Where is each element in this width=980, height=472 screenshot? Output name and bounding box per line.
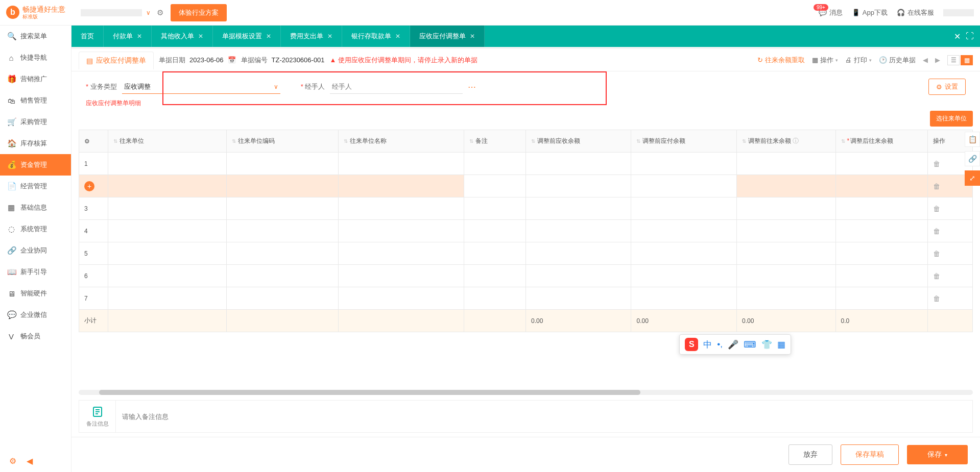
cell-unit[interactable]: [108, 153, 226, 175]
cell-name[interactable]: [339, 220, 464, 242]
tab-close-icon[interactable]: ✕: [198, 33, 203, 40]
cell-code[interactable]: [227, 220, 339, 242]
col-post-bal[interactable]: ⇅调整后往来余额: [835, 130, 928, 153]
sidebar-item-purchase[interactable]: 🛒采购管理: [0, 111, 71, 133]
next-doc-icon[interactable]: ▶: [935, 56, 940, 64]
cell-pre-recv[interactable]: [525, 153, 631, 175]
cell-name[interactable]: [339, 287, 464, 310]
rail-note-icon[interactable]: 📋: [965, 132, 980, 147]
col-name[interactable]: ⇅往来单位名称: [339, 130, 464, 153]
trash-icon[interactable]: 🗑: [933, 294, 940, 303]
cell-code[interactable]: [227, 153, 339, 175]
cell-post-bal[interactable]: [835, 265, 928, 287]
cell-pre-pay[interactable]: [631, 175, 736, 197]
cell-name[interactable]: [339, 197, 464, 220]
sidebar-item-collab[interactable]: 🔗企业协同: [0, 240, 71, 261]
company-selector[interactable]: ∨: [81, 9, 151, 16]
cell-pre-bal[interactable]: [736, 153, 835, 175]
cell-code[interactable]: [227, 175, 339, 197]
close-all-tabs-icon[interactable]: ✕: [954, 32, 961, 41]
fullscreen-icon[interactable]: ⛶: [966, 32, 974, 41]
tab-item[interactable]: 银行存取款单✕: [342, 26, 410, 47]
cell-pre-bal[interactable]: [736, 287, 835, 310]
ime-toolbar[interactable]: S 中 •, 🎤 ⌨ 👕 ▦: [679, 334, 791, 355]
handler-input[interactable]: [330, 80, 463, 94]
cell-code[interactable]: [227, 242, 339, 265]
cell-post-bal[interactable]: [835, 242, 928, 265]
col-pre-bal[interactable]: ⇅调整前往来余额 ⓘ: [736, 130, 835, 153]
select-unit-button[interactable]: 选往来单位: [930, 111, 973, 127]
cell-remark[interactable]: [464, 175, 525, 197]
sidebar-settings-icon[interactable]: ⚙: [9, 456, 16, 466]
table-row[interactable]: 7 🗑: [79, 287, 973, 310]
ime-lang-icon[interactable]: 中: [703, 339, 712, 351]
cell-pre-pay[interactable]: [631, 220, 736, 242]
sidebar-item-operation[interactable]: 📄经营管理: [0, 176, 71, 197]
table-row[interactable]: 5 🗑: [79, 242, 973, 265]
sidebar-item-basedata[interactable]: ▦基础信息: [0, 197, 71, 218]
cell-pre-bal[interactable]: [736, 265, 835, 287]
cell-code[interactable]: [227, 265, 339, 287]
card-view-toggle[interactable]: ▦: [961, 55, 973, 65]
rail-attach-icon[interactable]: 🔗: [965, 151, 980, 166]
cell-unit[interactable]: [108, 287, 226, 310]
calendar-icon[interactable]: 📅: [228, 56, 236, 64]
doc-date-value[interactable]: 2023-06-06: [189, 56, 224, 64]
operate-menu[interactable]: ▦ 操作 ▾: [812, 56, 838, 65]
reget-balance-button[interactable]: ↻ 往来余额重取: [757, 56, 805, 65]
cell-unit[interactable]: [108, 197, 226, 220]
cell-unit[interactable]: [108, 220, 226, 242]
col-pre-pay[interactable]: ⇅调整前应付余额: [631, 130, 736, 153]
col-unit[interactable]: ⇅往来单位: [108, 130, 226, 153]
gear-icon[interactable]: ⚙: [157, 8, 163, 17]
cell-pre-recv[interactable]: [525, 242, 631, 265]
cell-unit[interactable]: [108, 175, 226, 197]
save-draft-button[interactable]: 保存草稿: [841, 444, 899, 465]
trash-icon[interactable]: 🗑: [933, 182, 940, 190]
cell-unit[interactable]: [108, 242, 226, 265]
table-row[interactable]: + 🗑: [79, 175, 973, 197]
cell-pre-bal[interactable]: [736, 197, 835, 220]
cell-name[interactable]: [339, 242, 464, 265]
prev-doc-icon[interactable]: ◀: [923, 56, 928, 64]
sidebar-collapse-icon[interactable]: ◀: [27, 456, 33, 466]
cell-pre-recv[interactable]: [525, 287, 631, 310]
cell-remark[interactable]: [464, 265, 525, 287]
sidebar-item-finance[interactable]: 💰资金管理: [0, 154, 71, 176]
cell-post-bal[interactable]: [835, 220, 928, 242]
ime-skin-icon[interactable]: 👕: [761, 339, 772, 350]
horizontal-scrollbar[interactable]: [79, 390, 973, 395]
cell-pre-bal[interactable]: [736, 175, 835, 197]
sidebar-item-marketing[interactable]: 🎁营销推广: [0, 68, 71, 90]
try-industry-button[interactable]: 体验行业方案: [171, 4, 227, 21]
cell-pre-recv[interactable]: [525, 265, 631, 287]
tab-close-icon[interactable]: ✕: [137, 33, 142, 40]
trash-icon[interactable]: 🗑: [933, 272, 940, 280]
trash-icon[interactable]: 🗑: [933, 160, 940, 168]
add-row-icon[interactable]: +: [84, 181, 94, 191]
support-link[interactable]: 🎧 在线客服: [897, 8, 934, 17]
ime-keyboard-icon[interactable]: ⌨: [744, 339, 756, 350]
tab-close-icon[interactable]: ✕: [470, 33, 475, 40]
cell-post-bal[interactable]: [835, 197, 928, 220]
remarks-input[interactable]: [116, 401, 972, 432]
cell-pre-recv[interactable]: [525, 197, 631, 220]
rail-expand-icon[interactable]: ⤢: [965, 170, 980, 186]
tab-item[interactable]: 付款单✕: [104, 26, 152, 47]
sidebar-item-guide[interactable]: 📖新手引导: [0, 261, 71, 283]
trash-icon[interactable]: 🗑: [933, 205, 940, 213]
print-menu[interactable]: 🖨 打印 ▾: [845, 56, 872, 65]
cell-remark[interactable]: [464, 242, 525, 265]
cell-pre-pay[interactable]: [631, 287, 736, 310]
save-button[interactable]: 保存▾: [907, 445, 968, 464]
trash-icon[interactable]: 🗑: [933, 227, 940, 235]
settings-button[interactable]: ⚙ 设置: [928, 79, 966, 95]
cell-unit[interactable]: [108, 265, 226, 287]
list-view-toggle[interactable]: ☰: [947, 55, 960, 65]
column-settings-header[interactable]: ⚙: [79, 130, 108, 153]
cell-post-bal[interactable]: [835, 153, 928, 175]
tab-close-icon[interactable]: ✕: [395, 33, 400, 40]
sidebar-item-hardware[interactable]: 🖥智能硬件: [0, 283, 71, 304]
sidebar-item-inventory[interactable]: 🏠库存核算: [0, 133, 71, 154]
sidebar-item-system[interactable]: ◌系统管理: [0, 218, 71, 240]
